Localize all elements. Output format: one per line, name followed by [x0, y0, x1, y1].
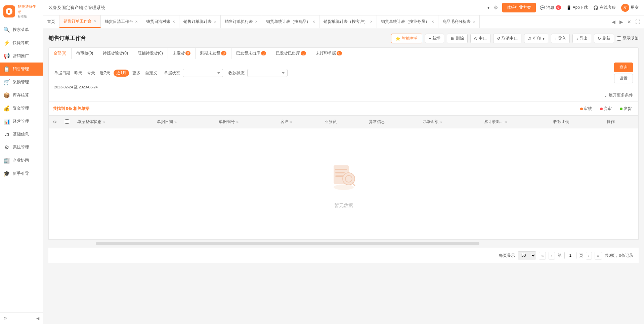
tab-home[interactable]: 首页	[43, 15, 59, 28]
sort-customer-icon[interactable]: ⇅	[290, 120, 292, 124]
filter-payment-select[interactable]	[247, 69, 288, 77]
first-page-button[interactable]: «	[539, 252, 546, 259]
ship-action-button[interactable]: 发货	[617, 105, 634, 113]
sub-tab-pending-review[interactable]: 待审核(0)	[72, 48, 98, 59]
sort-amount-icon[interactable]: ⇅	[439, 120, 442, 124]
select-all-checkbox[interactable]	[65, 119, 69, 124]
filter-status-select[interactable]	[183, 69, 223, 77]
tab-scroll-right-button[interactable]: ▶	[618, 18, 625, 25]
tab-sales-summary-staff[interactable]: 销货单统计表（按业务员） ✕	[377, 15, 438, 28]
sales-icon: 📋	[3, 66, 10, 72]
sidebar-item-inventory[interactable]: 📦 库存核算	[0, 89, 43, 102]
topbar-dropdown[interactable]: ▾	[487, 5, 489, 10]
per-page-select[interactable]: 50 10 20 100	[518, 251, 536, 259]
online-service-item[interactable]: 🎧 在线客服	[593, 5, 616, 10]
cancel-dot-icon	[600, 108, 603, 110]
date-btn-today[interactable]: 今天	[86, 70, 96, 77]
th-settings[interactable]: ⚙	[49, 116, 61, 128]
tab-close-cash-daily[interactable]: ✕	[135, 20, 138, 24]
sidebar-item-system[interactable]: ⚙ 系统管理	[0, 141, 43, 154]
tab-close-sales-workbench[interactable]: ✕	[94, 19, 96, 23]
tab-cash-reconcile[interactable]: 钱货日清对账 ✕	[142, 15, 179, 28]
sidebar-item-enterprise[interactable]: 🏢 企业协同	[0, 154, 43, 167]
sub-tab-not-shipped[interactable]: 未发货0	[168, 48, 196, 59]
date-btn-yesterday[interactable]: 昨天	[73, 70, 84, 77]
tab-sales-summary-product[interactable]: 销货单统计表（按商品） ✕	[262, 15, 319, 28]
sidebar-item-marketing[interactable]: 📢 营销推广	[0, 49, 43, 63]
shipped-not-out-badge: 0	[261, 51, 266, 55]
query-button[interactable]: 查询	[614, 63, 633, 72]
export-button[interactable]: ↓ 导出	[572, 34, 591, 43]
tab-sales-summary-customer[interactable]: 销货单统计表（按客户） ✕	[319, 15, 377, 28]
cancel-action-button[interactable]: 弃审	[597, 105, 614, 113]
sidebar-item-newbie[interactable]: 🎓 新手引导	[0, 167, 43, 180]
filter-date-group: 昨天 今天 近7天 近1月 更多 自定义	[73, 70, 159, 77]
message-item[interactable]: 💬 消息 6	[540, 5, 561, 10]
tab-fullscreen-button[interactable]: ⛶	[634, 18, 641, 25]
sidebar-item-operations[interactable]: 📊 经营管理	[0, 115, 43, 128]
current-page-input[interactable]	[564, 252, 576, 259]
review-action-button[interactable]: 审核	[577, 105, 595, 113]
tab-close-sales-summary-customer[interactable]: ✕	[370, 20, 373, 24]
sort-date-icon[interactable]: ⇅	[174, 120, 177, 124]
tab-close-sales-summary-staff[interactable]: ✕	[431, 20, 434, 24]
user-item[interactable]: 友 用友	[621, 4, 639, 12]
prev-page-button[interactable]: ‹	[549, 252, 555, 259]
smart-create-button[interactable]: ⭐ 智能生单	[391, 34, 422, 43]
sort-received-icon[interactable]: ⇅	[505, 120, 507, 124]
tab-cash-daily[interactable]: 钱货日清工作台 ✕	[101, 15, 142, 28]
last-page-button[interactable]: »	[595, 252, 602, 259]
add-button[interactable]: + 新增	[425, 34, 444, 43]
show-detail-label[interactable]: 显示明细	[617, 36, 639, 41]
date-btn-more[interactable]: 更多	[131, 70, 142, 77]
tab-sales-execution[interactable]: 销售订单执行表 ✕	[221, 15, 262, 28]
sidebar-search[interactable]: 🔍 搜索菜单	[0, 23, 43, 36]
cancel-stop-button[interactable]: ↺ 取消中止	[493, 34, 521, 43]
date-btn-custom[interactable]: 自定义	[144, 70, 159, 77]
tab-sales-stats[interactable]: 销售订单统计表 ✕	[179, 15, 221, 28]
import-button[interactable]: ↑ 导入	[551, 34, 570, 43]
sidebar-settings-icon[interactable]: ⚙	[3, 316, 7, 321]
industry-solution-button[interactable]: 体验行业方案	[502, 3, 536, 12]
tab-close-all-button[interactable]: ✕	[626, 18, 633, 25]
sidebar-item-finance[interactable]: 💰 资金管理	[0, 102, 43, 115]
tab-close-sales-execution[interactable]: ✕	[255, 20, 258, 24]
sub-tab-all[interactable]: 全部(0)	[49, 48, 72, 59]
delete-button[interactable]: 🗑 删除	[447, 34, 468, 43]
tab-product-margin[interactable]: 商品毛利分析表 ✕	[438, 15, 480, 28]
th-actions: 操作	[603, 116, 638, 128]
tab-sales-workbench[interactable]: 销售订单工作台 ✕	[59, 15, 101, 28]
sidebar-item-quick-nav[interactable]: ⚡ 快捷导航	[0, 36, 43, 49]
sub-tab-shipped-out[interactable]: 已发货已出库0	[271, 48, 311, 59]
tab-scroll-left-button[interactable]: ◀	[610, 18, 617, 25]
sidebar-collapse-icon[interactable]: ◀	[36, 316, 39, 321]
set-button[interactable]: 设置	[614, 74, 633, 83]
tab-close-cash-reconcile[interactable]: ✕	[172, 20, 175, 24]
sub-tab-pending-inspect[interactable]: 待拣货验货(0)	[98, 48, 133, 59]
sidebar-item-sales[interactable]: 📋 销售管理	[0, 63, 43, 76]
sub-tab-not-printed[interactable]: 未打印单据0	[311, 48, 347, 59]
sub-tab-shipped-not-out[interactable]: 已发货未出库0	[231, 48, 271, 59]
tab-close-sales-summary-product[interactable]: ✕	[312, 20, 315, 24]
next-page-button[interactable]: ›	[586, 252, 592, 259]
sidebar-item-purchase[interactable]: 🛒 采购管理	[0, 76, 43, 89]
expand-filter-button[interactable]: ⌄ 展开更多条件	[604, 92, 633, 98]
show-detail-checkbox[interactable]	[617, 36, 621, 41]
sidebar-item-base-info[interactable]: 🗂 基础信息	[0, 128, 43, 141]
topbar-settings-icon[interactable]: ⚙	[493, 4, 498, 11]
sort-number-icon[interactable]: ⇅	[236, 120, 239, 124]
th-checkbox[interactable]	[61, 116, 73, 128]
print-button[interactable]: 🖨 打印 ▾	[524, 34, 548, 43]
sub-tab-expired-not-shipped[interactable]: 到期未发货0	[196, 48, 231, 59]
tab-close-product-margin[interactable]: ✕	[473, 20, 475, 24]
date-btn-1month[interactable]: 近1月	[114, 70, 129, 77]
date-btn-7days[interactable]: 近7天	[98, 70, 112, 77]
stop-button[interactable]: ⊘ 中止	[470, 34, 490, 43]
sub-tab-wangpu-ship[interactable]: 旺铺待发货(0)	[133, 48, 168, 59]
horizontal-scrollbar[interactable]	[48, 241, 639, 246]
scrollbar-thumb[interactable]	[96, 242, 479, 245]
sort-status-icon[interactable]: ⇅	[102, 120, 105, 124]
app-download-item[interactable]: 📱 App下载	[566, 5, 588, 10]
tab-close-sales-stats[interactable]: ✕	[214, 20, 216, 24]
refresh-button[interactable]: ↻ 刷新	[594, 34, 614, 43]
